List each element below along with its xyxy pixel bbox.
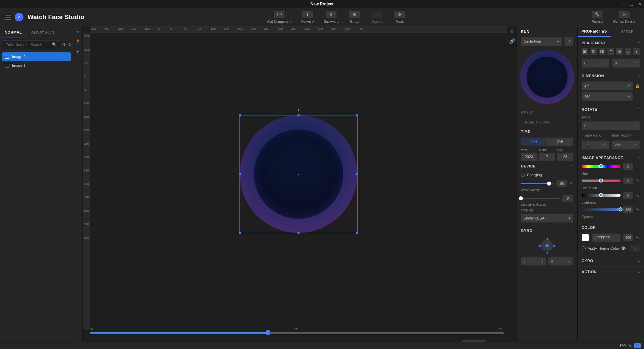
time-24h-button[interactable]: 24H <box>547 138 573 146</box>
align-center-v-icon[interactable]: ⊟ <box>616 48 623 55</box>
image-layer-icon <box>5 55 9 59</box>
month-input[interactable]: 7 <box>539 153 555 161</box>
run-on-device-button[interactable]: ◎Run on Device <box>610 9 638 25</box>
notification-slider[interactable] <box>521 198 560 199</box>
day-input[interactable]: 28 <box>557 153 573 161</box>
maximize-icon[interactable]: ▢ <box>630 2 633 6</box>
add-component-button[interactable]: ＋ ▾Add Component <box>264 9 294 25</box>
gyro-x-input[interactable]: 0X <box>521 257 546 265</box>
lightness-slider[interactable] <box>582 194 621 197</box>
apply-theme-radio[interactable] <box>582 246 586 250</box>
watch-preview <box>520 50 574 104</box>
language-select[interactable]: English(USA)▾ <box>521 214 573 222</box>
pin-tool-icon[interactable]: 📍 <box>75 39 80 44</box>
add-tool-icon[interactable]: + <box>76 49 79 54</box>
timeline-mid: 12 <box>294 328 298 331</box>
y-input[interactable]: 0Y <box>612 59 640 67</box>
hue-slider[interactable] <box>582 165 621 168</box>
time-12h-button[interactable]: 12H <box>521 138 547 146</box>
ungroup-button[interactable]: ▫Ungroup <box>368 9 386 25</box>
theme-color-section-label: THEME COLOR <box>517 117 577 127</box>
opacity-slider[interactable] <box>582 208 621 211</box>
mask-button[interactable]: ◑Mask <box>391 9 408 25</box>
align-bottom-icon[interactable]: ⊥ <box>625 48 632 55</box>
color-swatch[interactable] <box>582 234 589 241</box>
eyedropper-icon[interactable]: 🎨 <box>621 246 626 251</box>
notification-value[interactable]: 0 <box>562 195 573 202</box>
timeline-end: 24 <box>499 328 502 331</box>
timeline-slider[interactable] <box>90 332 504 334</box>
align-left-icon[interactable]: |◧ <box>582 48 588 55</box>
run-panel-title: RUN <box>517 26 577 37</box>
charging-radio[interactable]: Charging <box>517 171 577 179</box>
external-open-icon[interactable]: ↗ <box>565 37 573 46</box>
tab-always-on[interactable]: ALWAYS-ON <box>26 26 59 38</box>
width-input[interactable]: 450W <box>582 82 633 90</box>
style-section-label: STYLE <box>517 108 577 117</box>
horizontal-ruler: -300-250-200-150-100-5005010015020025030… <box>90 26 507 33</box>
distribute-icon[interactable]: ⫿ <box>633 48 640 55</box>
timeline-start: 0 <box>91 328 93 331</box>
battery-slider[interactable] <box>521 183 554 184</box>
minimize-icon[interactable]: — <box>621 2 625 6</box>
fit-screen-icon[interactable]: ⛶ <box>634 343 641 348</box>
color-alpha-input[interactable]: 100 <box>623 234 633 241</box>
shape-type-select[interactable]: Circle type▾ <box>521 37 562 46</box>
chevron-up-icon[interactable]: ⌃ <box>637 41 640 45</box>
align-top-icon[interactable]: ⊤ <box>607 48 614 55</box>
tab-style[interactable]: STYLE <box>611 26 644 37</box>
window-title: New Project <box>311 2 334 6</box>
link-icon[interactable]: 🔗 <box>509 38 515 44</box>
zoom-value[interactable]: 100 <box>620 344 626 348</box>
device-section-header[interactable]: DEVICE⌃ <box>517 161 577 171</box>
angle-input[interactable]: 0° <box>582 121 640 130</box>
refresh-icon[interactable]: ↻ <box>68 42 72 47</box>
hamburger-menu-icon[interactable] <box>5 15 11 19</box>
layers-tool-icon[interactable]: ≋ <box>76 30 79 35</box>
x-input[interactable]: 0X <box>582 59 609 67</box>
close-icon[interactable]: ✕ <box>638 2 641 6</box>
time-section-header[interactable]: TIME⌃ <box>517 127 577 136</box>
image-layer-icon <box>5 64 9 67</box>
publish-button[interactable]: 🔧Publish <box>588 9 606 25</box>
color-hex-input[interactable]: #FFFFFF <box>592 234 621 242</box>
app-logo-icon: ✓ <box>15 13 23 21</box>
layer-list: Image 2 Image 1 <box>0 51 73 339</box>
lock-aspect-icon[interactable]: 🔓 <box>635 84 640 88</box>
group-button[interactable]: ▣Group <box>346 9 363 25</box>
visibility-toggle-icon[interactable]: 👁 <box>62 42 66 47</box>
forward-button[interactable]: ▮Forward <box>299 9 317 25</box>
settings-slider-icon[interactable]: ⚙ <box>510 29 514 34</box>
height-input[interactable]: 450H <box>582 92 633 101</box>
action-prop-section[interactable]: ACTION⌄ <box>578 266 644 277</box>
tab-normal[interactable]: NORMAL <box>0 26 26 38</box>
gyro-y-input[interactable]: 0Y <box>548 257 573 265</box>
battery-value[interactable]: 86 <box>556 180 567 187</box>
align-center-h-icon[interactable]: ◫ <box>590 48 597 55</box>
gyro-control[interactable]: ▲ ▼ ◀ ▶ <box>539 237 555 254</box>
gyro-section-header[interactable]: GYRO⌃ <box>517 226 577 235</box>
search-input[interactable] <box>6 43 52 47</box>
align-right-icon[interactable]: ◨| <box>599 48 605 55</box>
layer-item[interactable]: Image 1 <box>2 61 71 70</box>
pivot-y-input[interactable]: 225PY <box>612 141 640 149</box>
search-icon[interactable]: 🔍 <box>52 42 57 47</box>
saturation-slider[interactable] <box>582 180 621 182</box>
pivot-x-input[interactable]: 225PX <box>582 141 609 149</box>
layer-item[interactable]: Image 2 <box>2 52 71 61</box>
gyro-prop-section[interactable]: GYRO⌄ <box>578 255 644 266</box>
canvas[interactable] <box>90 33 507 328</box>
vertical-ruler: -150-100-5005010015020025030035040045050… <box>83 33 90 329</box>
selection-bounds[interactable] <box>239 115 358 233</box>
app-name: Watch Face Studio <box>28 13 84 21</box>
tab-properties[interactable]: PROPERTIES <box>578 26 611 37</box>
year-input[interactable]: 2023 <box>521 153 537 161</box>
backward-button[interactable]: ▯Backward <box>321 9 341 25</box>
